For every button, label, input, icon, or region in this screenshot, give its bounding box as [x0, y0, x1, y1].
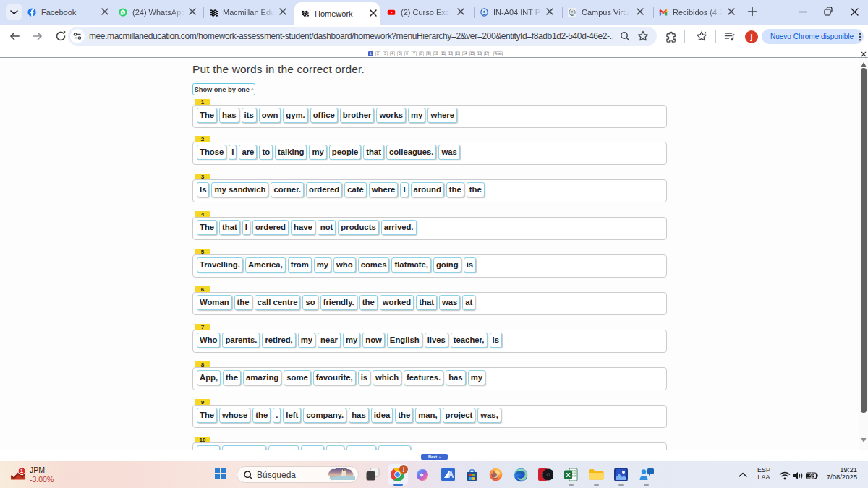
svg-text:1: 1 — [20, 468, 24, 474]
svg-text:X: X — [566, 471, 571, 479]
